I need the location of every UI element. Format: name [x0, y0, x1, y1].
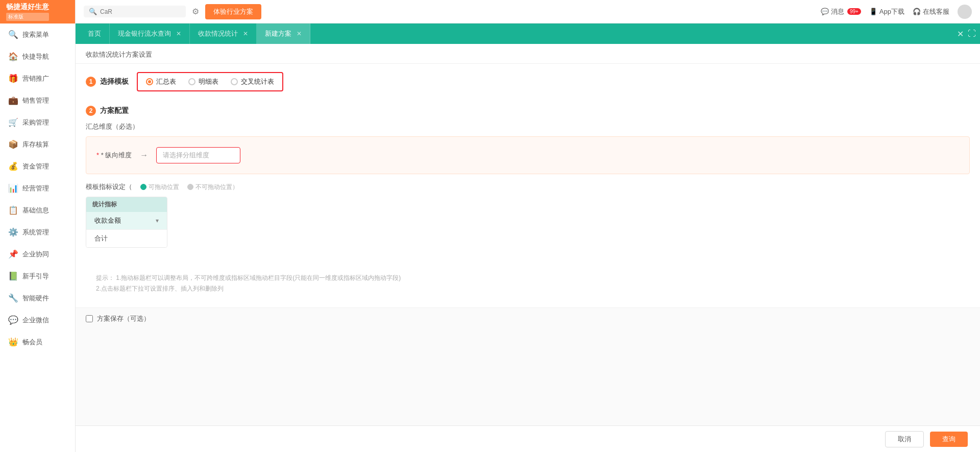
sidebar-item-quick-nav[interactable]: 🏠 快捷导航: [0, 45, 75, 67]
sidebar-label-inventory: 库存核算: [22, 140, 49, 149]
save-label: 方案保存（可选）: [97, 314, 150, 323]
tab-home[interactable]: 首页: [80, 23, 110, 44]
save-checkbox[interactable]: [86, 315, 93, 322]
sidebar-item-newbie[interactable]: 📗 新手引导: [0, 265, 75, 287]
sidebar-item-purchase[interactable]: 🛒 采购管理: [0, 111, 75, 133]
sidebar-item-system[interactable]: ⚙️ 系统管理: [0, 221, 75, 243]
wechat-icon: 💬: [8, 315, 18, 325]
sidebar-item-operation[interactable]: 📊 经营管理: [0, 177, 75, 199]
tabbar: 首页 现金银行流水查询 ✕ 收款情况统计 ✕ 新建方案 ✕ ✕ ⛶: [76, 23, 980, 44]
radio-cross-circle: [231, 78, 238, 85]
tab-receipt-stats-close[interactable]: ✕: [243, 30, 248, 37]
draggable-dot: [140, 184, 146, 190]
query-button[interactable]: 查询: [930, 432, 968, 447]
sidebar-item-wechat[interactable]: 💬 企业微信: [0, 309, 75, 331]
sidebar-item-inventory[interactable]: 📦 库存核算: [0, 133, 75, 155]
app-icon: 📱: [869, 8, 877, 15]
online-service-btn[interactable]: 🎧 在线客服: [913, 7, 949, 16]
sidebar-item-collab[interactable]: 📌 企业协同: [0, 243, 75, 265]
sidebar-label-marketing: 营销推广: [22, 74, 49, 83]
purchase-icon: 🛒: [8, 117, 18, 127]
spacer: [76, 329, 980, 425]
industry-btn[interactable]: 体验行业方案: [205, 4, 261, 19]
finance-icon: 💰: [8, 161, 18, 171]
sidebar-item-basic-info[interactable]: 📋 基础信息: [0, 199, 75, 221]
radio-cross[interactable]: 交叉统计表: [231, 77, 274, 86]
dimension-dropdown[interactable]: 请选择分组维度: [156, 147, 240, 163]
sidebar-item-search-menu[interactable]: 🔍 搜索菜单: [0, 23, 75, 45]
system-icon: ⚙️: [8, 227, 18, 237]
basic-info-icon: 📋: [8, 205, 18, 215]
message-btn[interactable]: 💬 消息 99+: [821, 7, 861, 16]
save-option-row: 方案保存（可选）: [76, 307, 980, 329]
search-box[interactable]: 🔍: [84, 6, 186, 17]
app-download-label: App下载: [879, 7, 904, 16]
inventory-icon: 📦: [8, 139, 18, 149]
marketing-icon: 🎁: [8, 74, 18, 83]
collab-icon: 📌: [8, 249, 18, 259]
step1-section: 1 选择模板 汇总表 明细表 交叉统计表: [76, 64, 980, 106]
message-icon: 💬: [821, 8, 829, 15]
online-service-label: 在线客服: [923, 7, 949, 16]
sidebar-item-sales[interactable]: 💼 销售管理: [0, 89, 75, 111]
metrics-title-row: 模板指标设定（ 可拖动位置 不可拖动位置）: [86, 182, 970, 192]
member-icon: 👑: [8, 337, 18, 347]
non-draggable-hint: 不可拖动位置）: [187, 183, 238, 192]
search-input[interactable]: [100, 8, 172, 15]
headset-icon: 🎧: [913, 8, 921, 15]
content-area: 收款情况统计方案设置 1 选择模板 汇总表 明细表: [76, 44, 980, 452]
radio-detail-label: 明细表: [199, 77, 218, 86]
sidebar-item-finance[interactable]: 💰 资金管理: [0, 155, 75, 177]
arrow-icon: →: [140, 151, 148, 160]
tab-new-plan-close[interactable]: ✕: [297, 30, 302, 37]
tab-new-plan[interactable]: 新建方案 ✕: [257, 23, 310, 44]
sidebar-label-system: 系统管理: [22, 228, 49, 237]
sidebar-label-newbie: 新手引导: [22, 272, 49, 281]
app-download-btn[interactable]: 📱 App下载: [869, 7, 904, 16]
total-label: 合计: [94, 234, 108, 242]
sidebar-item-smart-hw[interactable]: 🔧 智能硬件: [0, 287, 75, 309]
cancel-button[interactable]: 取消: [885, 431, 924, 447]
radio-summary[interactable]: 汇总表: [146, 77, 176, 86]
main-area: 🔍 ⚙ 体验行业方案 💬 消息 99+ 📱 App下载 🎧 在线客服 首页: [76, 0, 980, 452]
page-title: 收款情况统计方案设置: [86, 51, 152, 58]
sidebar-label-wechat: 企业微信: [22, 316, 49, 325]
user-avatar[interactable]: [958, 5, 972, 19]
tips-section: 提示： 1.拖动标题栏可以调整布局，不可跨维度或指标区域拖动栏目字段(只能在同一…: [86, 270, 970, 299]
settings-icon[interactable]: ⚙: [192, 7, 199, 16]
content-inner: 收款情况统计方案设置 1 选择模板 汇总表 明细表: [76, 44, 980, 425]
newbie-icon: 📗: [8, 271, 18, 281]
tab-cash-bank[interactable]: 现金银行流水查询 ✕: [110, 23, 190, 44]
tab-expand-icon[interactable]: ⛶: [968, 29, 976, 38]
radio-summary-circle: [146, 78, 153, 85]
topbar-right: 💬 消息 99+ 📱 App下载 🎧 在线客服: [821, 5, 972, 19]
metrics-label: 模板指标设定（: [86, 182, 132, 192]
non-draggable-dot: [187, 184, 193, 190]
column-header-row[interactable]: 收款金额 ▾: [86, 212, 167, 229]
non-draggable-hint-text: 不可拖动位置）: [195, 183, 238, 192]
tab-receipt-stats[interactable]: 收款情况统计 ✕: [190, 23, 257, 44]
radio-detail-circle: [188, 78, 195, 85]
radio-detail[interactable]: 明细表: [188, 77, 218, 86]
sidebar-item-member[interactable]: 👑 畅会员: [0, 331, 75, 353]
sidebar-item-marketing[interactable]: 🎁 营销推广: [0, 67, 75, 89]
tab-cash-bank-close[interactable]: ✕: [176, 30, 181, 37]
stats-table: 统计指标 收款金额 ▾ 合计: [86, 197, 167, 248]
tab-close-icon[interactable]: ✕: [957, 29, 964, 39]
radio-summary-label: 汇总表: [156, 77, 176, 86]
logo-badge: 标准版: [6, 13, 49, 21]
stats-label: 统计指标: [92, 201, 117, 208]
column-dropdown-arrow: ▾: [156, 217, 159, 224]
template-radio-group: 汇总表 明细表 交叉统计表: [137, 72, 283, 91]
step2-label: 方案配置: [100, 106, 129, 115]
sales-icon: 💼: [8, 96, 18, 105]
sidebar-label-quick-nav: 快捷导航: [22, 52, 49, 61]
radio-cross-label: 交叉统计表: [241, 77, 274, 86]
sidebar-label-member: 畅会员: [22, 338, 42, 347]
tab-new-plan-label: 新建方案: [265, 29, 291, 38]
dimension-placeholder: 请选择分组维度: [163, 151, 209, 159]
tab-receipt-stats-label: 收款情况统计: [198, 29, 238, 38]
draggable-hint: 可拖动位置: [140, 183, 179, 192]
sidebar-label-basic-info: 基础信息: [22, 206, 49, 215]
sidebar-label-operation: 经营管理: [22, 184, 49, 193]
